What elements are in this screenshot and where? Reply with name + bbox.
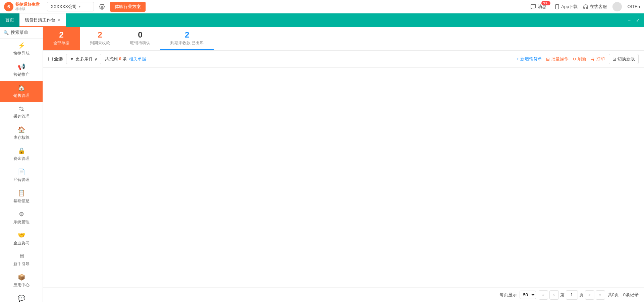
content-inner: 2 全部单据 2 到期未收款 0 旺铺待确认 2 到期未收款 已出库 xyxy=(43,27,644,302)
search-icon: 🔍 xyxy=(3,30,9,35)
stat-label-overdue-unpaid: 到期未收款 xyxy=(90,40,110,46)
stat-label-wangpu: 旺铺待确认 xyxy=(130,40,150,46)
app-download-action[interactable]: App下载 xyxy=(554,4,578,10)
add-order-button[interactable]: + 新增销货单 xyxy=(517,56,542,62)
operations-icon: 📄 xyxy=(18,168,25,176)
app-download-label: App下载 xyxy=(561,4,578,10)
company-selector[interactable]: XXXXXX公司 ▾ xyxy=(47,2,94,11)
content-area: 2 全部单据 2 到期未收款 0 旺铺待确认 2 到期未收款 已出库 xyxy=(43,27,644,302)
sidebar-item-quick-nav[interactable]: ⚡ 快捷导航 xyxy=(0,39,43,60)
filter-button[interactable]: ▼ 更多条件 ∨ xyxy=(66,54,101,64)
sidebar-item-purchase[interactable]: 🛍 采购管理 xyxy=(0,102,43,123)
found-text: 共找到 0 条 相关单据 xyxy=(105,56,146,62)
prev-page-button[interactable]: < xyxy=(549,290,559,300)
switch-icon: ⊡ xyxy=(612,57,616,62)
related-orders-link[interactable]: 相关单据 xyxy=(129,56,146,61)
tab-minimize-button[interactable]: − xyxy=(627,17,632,23)
nav-tabs: 首页 钱货日清工作台 ✕ − ⤢ xyxy=(0,13,644,27)
select-all-label: 全选 xyxy=(54,56,63,62)
refresh-button[interactable]: ↻ 刷新 xyxy=(573,56,586,62)
pagination: 每页显示 50 « < 第 页 > » 共0页，0条记录 xyxy=(43,287,644,302)
total-info: 共0页，0条记录 xyxy=(608,292,639,298)
chevron-filter-icon: ∨ xyxy=(94,57,98,62)
sales-icon: 🏠 xyxy=(18,84,25,92)
sidebar-item-enterprise[interactable]: 🤝 企业协同 xyxy=(0,228,43,249)
stat-tab-all[interactable]: 2 全部单据 xyxy=(43,27,80,50)
tab-home[interactable]: 首页 xyxy=(0,13,19,27)
page-input[interactable] xyxy=(566,290,578,300)
sidebar-item-marketing[interactable]: 📢 营销推广 xyxy=(0,60,43,81)
found-count: 0 xyxy=(119,56,121,61)
avatar[interactable] xyxy=(612,2,622,11)
sidebar-item-app-center[interactable]: 📦 应用中心 xyxy=(0,270,43,291)
experience-button[interactable]: 体验行业方案 xyxy=(110,2,146,12)
table-area xyxy=(43,68,644,287)
sidebar-item-system[interactable]: ⚙ 系统管理 xyxy=(0,207,43,228)
stat-num-all: 2 xyxy=(59,30,63,40)
svg-rect-1 xyxy=(556,4,559,9)
sidebar: 🔍 搜索菜单 ⚡ 快捷导航 📢 营销推广 🏠 销售管理 🛍 采购管理 🏠 库存核… xyxy=(0,27,43,302)
sidebar-item-finance[interactable]: 🔒 资金管理 xyxy=(0,144,43,165)
app-title: 畅捷通好生意 xyxy=(15,2,40,7)
search-menu-button[interactable]: 🔍 搜索菜单 xyxy=(0,27,43,39)
logo-icon: 6 xyxy=(4,2,13,11)
sidebar-item-new-guide[interactable]: 🖥 新手引导 xyxy=(0,249,43,270)
stat-tab-wangpu-pending[interactable]: 0 旺铺待确认 xyxy=(120,27,160,50)
logo-text: 畅捷通好生意 标准版 xyxy=(15,2,40,11)
basic-info-icon: 📋 xyxy=(18,189,25,197)
print-button[interactable]: 🖨 打印 xyxy=(590,56,605,62)
sidebar-item-inventory[interactable]: 🏠 库存核算 xyxy=(0,123,43,144)
stat-num-overdue-unpaid: 2 xyxy=(98,30,102,40)
message-badge: 99+ xyxy=(541,1,550,5)
online-service-label: 在线客服 xyxy=(590,4,607,10)
stat-num-overdue-unshipped: 2 xyxy=(185,30,189,40)
top-header: 6 畅捷通好生意 标准版 XXXXXX公司 ▾ 体验行业方案 消息 99+ xyxy=(0,0,644,13)
purchase-icon: 🛍 xyxy=(18,105,24,112)
refresh-icon: ↻ xyxy=(573,57,576,62)
inventory-icon: 🏠 xyxy=(18,126,25,133)
stat-label-overdue-unshipped: 到期未收款 已出库 xyxy=(170,40,204,46)
page-prefix: 第 xyxy=(560,292,565,298)
enterprise-icon: 🤝 xyxy=(18,232,25,239)
sidebar-item-basic-info[interactable]: 📋 基础信息 xyxy=(0,186,43,207)
select-all-checkbox[interactable]: 全选 xyxy=(48,56,63,62)
tab-close-icon[interactable]: ✕ xyxy=(57,18,60,22)
message-action[interactable]: 消息 99+ xyxy=(530,4,546,10)
sidebar-item-operations[interactable]: 📄 经营管理 xyxy=(0,165,43,186)
header-right: 消息 99+ App下载 在线客服 OfTEn xyxy=(530,2,640,11)
tab-controls: − ⤢ xyxy=(627,17,644,23)
settings-button[interactable] xyxy=(97,1,107,12)
batch-operation-button[interactable]: ⊞ 批量操作 xyxy=(546,56,569,62)
select-all-input[interactable] xyxy=(48,57,53,61)
system-icon: ⚙ xyxy=(19,210,24,218)
switch-version-button[interactable]: ⊡ 切换新版 xyxy=(609,54,639,64)
stat-tab-overdue-unpaid[interactable]: 2 到期未收款 xyxy=(80,27,120,50)
last-page-button[interactable]: » xyxy=(596,290,605,300)
app-subtitle: 标准版 xyxy=(15,7,40,11)
company-name: XXXXXX公司 xyxy=(51,4,77,10)
stat-tab-overdue-unshipped[interactable]: 2 到期未收款 已出库 xyxy=(160,27,214,50)
app-center-icon: 📦 xyxy=(18,274,25,281)
tab-work[interactable]: 钱货日清工作台 ✕ xyxy=(19,13,66,27)
per-page-select[interactable]: 50 xyxy=(520,291,536,299)
print-icon: 🖨 xyxy=(590,57,595,62)
toolbar-left: 全选 ▼ 更多条件 ∨ 共找到 0 条 相关单据 xyxy=(48,54,146,64)
batch-icon: ⊞ xyxy=(546,57,550,62)
stats-bar: 2 全部单据 2 到期未收款 0 旺铺待确认 2 到期未收款 已出库 xyxy=(43,27,644,51)
chevron-down-icon: ▾ xyxy=(79,5,80,8)
filter-icon: ▼ xyxy=(70,57,74,62)
stat-label-all: 全部单据 xyxy=(53,40,69,46)
tab-maximize-button[interactable]: ⤢ xyxy=(635,17,641,23)
sidebar-item-corp-wechat[interactable]: 💬 企业微信 xyxy=(0,291,43,302)
marketing-icon: 📢 xyxy=(18,63,25,70)
next-page-button[interactable]: > xyxy=(585,290,594,300)
logo-area: 6 畅捷通好生意 标准版 xyxy=(4,2,47,11)
online-service-action[interactable]: 在线客服 xyxy=(583,4,607,10)
page-suffix: 页 xyxy=(579,292,584,298)
sidebar-item-sales[interactable]: 🏠 销售管理 xyxy=(0,81,43,102)
svg-point-0 xyxy=(101,6,103,7)
main-layout: 🔍 搜索菜单 ⚡ 快捷导航 📢 营销推广 🏠 销售管理 🛍 采购管理 🏠 库存核… xyxy=(0,27,644,302)
stat-num-wangpu: 0 xyxy=(138,30,142,40)
first-page-button[interactable]: « xyxy=(539,290,548,300)
toolbar-right: + 新增销货单 ⊞ 批量操作 ↻ 刷新 🖨 打印 ⊡ xyxy=(517,54,639,64)
